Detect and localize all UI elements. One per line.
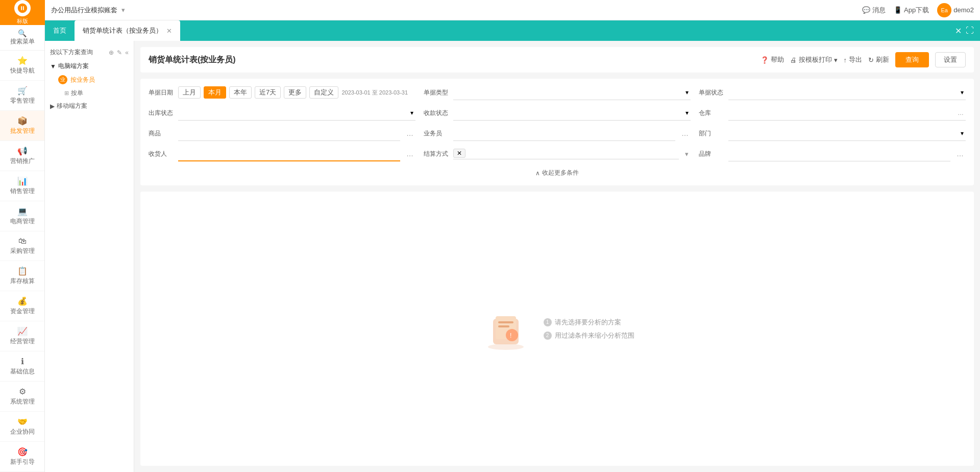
tab-close-icon[interactable]: ✕ xyxy=(166,27,172,35)
sidebar-item-guide[interactable]: 🎯 新手引导 xyxy=(0,442,44,472)
messages-button[interactable]: 💬 消息 xyxy=(862,6,886,15)
sidebar-item-quick-nav[interactable]: ⭐ 快捷导航 xyxy=(0,51,44,81)
warehouse-select[interactable]: … xyxy=(728,105,966,121)
download-button[interactable]: 📱 App下载 xyxy=(894,6,929,15)
export-button[interactable]: ↑ 导出 xyxy=(844,55,863,64)
user-avatar-button[interactable]: Ea demo2 xyxy=(937,3,974,17)
tab-home-label: 首页 xyxy=(53,26,66,35)
date-more-btn[interactable]: 更多 xyxy=(284,86,306,99)
sidebar-item-marketing[interactable]: 📢 营销推广 xyxy=(0,141,44,171)
warehouse-dots-icon: … xyxy=(958,109,964,116)
scheme-item-salesman[interactable]: 业 按业务员 xyxy=(50,73,134,87)
guide-label: 新手引导 xyxy=(0,458,44,466)
sidebar-item-management[interactable]: 📈 经营管理 xyxy=(0,321,44,351)
order-status-select[interactable]: ▾ xyxy=(728,85,966,100)
sidebar-item-inventory[interactable]: 📋 库存核算 xyxy=(0,261,44,291)
edit-scheme-button[interactable]: ✎ xyxy=(117,49,122,56)
sidebar-item-purchase[interactable]: 🛍 采购管理 xyxy=(0,231,44,261)
filter-area: 单据日期 上月 本月 本年 近7天 更多 自定义 2023-03-01 至 20… xyxy=(140,79,974,185)
date-custom-btn[interactable]: 自定义 xyxy=(309,86,338,99)
department-select[interactable]: ▾ xyxy=(728,126,966,141)
inventory-icon: 📋 xyxy=(0,266,44,276)
brand-input[interactable] xyxy=(728,146,950,161)
date-this-year-btn[interactable]: 本年 xyxy=(229,86,252,99)
sidebar-item-collab[interactable]: 🤝 企业协同 xyxy=(0,412,44,442)
salesman-dots-button[interactable]: … xyxy=(679,129,691,137)
tabbar: 首页 销货单统计表（按业务员） ✕ ✕ ⛶ xyxy=(45,20,980,41)
goods-dots-button[interactable]: … xyxy=(404,129,415,137)
scheme-sub-item-order[interactable]: ⊞ 按单 xyxy=(50,87,134,100)
sidebar-item-finance[interactable]: 💰 资金管理 xyxy=(0,291,44,321)
filter-receiver: 收货人 … xyxy=(149,146,415,161)
sidebar-item-system[interactable]: ⚙ 系统管理 xyxy=(0,382,44,412)
search-label: 搜索菜单 xyxy=(0,37,44,46)
filter-date: 单据日期 上月 本月 本年 近7天 更多 自定义 2023-03-01 至 20… xyxy=(149,86,415,99)
filter-out-status: 出库状态 ▾ xyxy=(149,105,415,121)
receiver-dots-button[interactable]: … xyxy=(404,150,415,158)
sidebar-item-ecommerce[interactable]: 💻 电商管理 xyxy=(0,201,44,231)
finance-label: 资金管理 xyxy=(0,307,44,316)
goods-input[interactable] xyxy=(178,126,400,141)
tab-close-all-button[interactable]: ✕ xyxy=(955,26,962,36)
logo-icon xyxy=(14,0,31,16)
sidebar-item-wholesale[interactable]: 📦 批发管理 xyxy=(0,111,44,141)
desktop-scheme-group: ▼ 电脑端方案 业 按业务员 ⊞ 按单 xyxy=(45,60,134,100)
svg-rect-4 xyxy=(498,325,509,327)
print-dropdown-icon[interactable]: ▾ xyxy=(834,56,838,64)
system-label: 系统管理 xyxy=(0,397,44,406)
help-button[interactable]: ❓ 帮助 xyxy=(761,55,784,64)
mobile-scheme-group[interactable]: ▶ 移动端方案 xyxy=(45,100,134,112)
ecommerce-icon: 💻 xyxy=(0,206,44,216)
setting-button[interactable]: 设置 xyxy=(935,52,966,67)
add-scheme-button[interactable]: ⊕ xyxy=(109,49,114,56)
empty-state: ! 1 请先选择要分析的方案 2 用过滤条件来缩小分析范围 xyxy=(140,192,974,466)
sidebar-search[interactable]: 🔍 搜索菜单 xyxy=(0,25,44,51)
refresh-button[interactable]: ↻ 刷新 xyxy=(868,55,889,64)
collapse-panel-button[interactable]: « xyxy=(125,49,129,56)
salesman-scheme-icon: 业 xyxy=(58,75,67,84)
tab-fullscreen-button[interactable]: ⛶ xyxy=(966,26,974,35)
brand-dots-button[interactable]: … xyxy=(954,150,966,158)
query-button[interactable]: 查询 xyxy=(895,52,929,67)
order-type-select[interactable]: ▾ xyxy=(453,85,691,100)
date-7days-btn[interactable]: 近7天 xyxy=(255,86,281,99)
topbar-dropdown-icon[interactable]: ▾ xyxy=(121,6,125,14)
collapse-filters-button[interactable]: ∧ 收起更多条件 xyxy=(535,169,579,177)
filter-order-status: 单据状态 ▾ xyxy=(699,85,966,100)
app-logo: 标版 xyxy=(0,0,45,25)
receipt-status-select[interactable]: ▾ xyxy=(453,105,691,121)
receiver-input[interactable] xyxy=(178,146,400,161)
settlement-tag-remove[interactable]: ✕ xyxy=(457,150,462,157)
panel-actions: ⊕ ✎ « xyxy=(109,49,129,56)
basic-icon: ℹ xyxy=(0,357,44,366)
desktop-scheme-title[interactable]: ▼ 电脑端方案 xyxy=(50,60,134,73)
sales-label: 销售管理 xyxy=(0,187,44,196)
empty-hint-1: 1 请先选择要分析的方案 xyxy=(544,318,634,327)
print-button[interactable]: 🖨 按模板打印 ▾ xyxy=(790,55,838,64)
tab-sales-stat[interactable]: 销货单统计表（按业务员） ✕ xyxy=(75,20,180,41)
department-label: 部门 xyxy=(699,129,724,138)
out-status-select[interactable]: ▾ xyxy=(178,105,415,121)
settlement-select[interactable]: ✕ xyxy=(453,149,679,159)
filter-salesman: 业务员 … xyxy=(424,126,691,141)
export-icon: ↑ xyxy=(844,56,847,64)
hint-2-text: 用过滤条件来缩小分析范围 xyxy=(555,331,634,340)
sidebar-item-retail[interactable]: 🛒 零售管理 xyxy=(0,81,44,111)
tab-sales-stat-label: 销货单统计表（按业务员） xyxy=(83,26,162,35)
receipt-status-label: 收款状态 xyxy=(424,109,449,117)
sidebar-item-sales[interactable]: 📊 销售管理 xyxy=(0,171,44,201)
filter-warehouse: 仓库 … xyxy=(699,105,966,121)
empty-text: 1 请先选择要分析的方案 2 用过滤条件来缩小分析范围 xyxy=(544,318,634,340)
date-prev-month-btn[interactable]: 上月 xyxy=(178,86,201,99)
order-status-dropdown-icon: ▾ xyxy=(961,89,964,96)
sidebar: 标版 🔍 搜索菜单 ⭐ 快捷导航 🛒 零售管理 📦 批发管理 📢 营销推广 📊 … xyxy=(0,0,45,472)
date-this-month-btn[interactable]: 本月 xyxy=(204,86,226,99)
salesman-input[interactable] xyxy=(453,126,675,141)
tab-home[interactable]: 首页 xyxy=(45,20,75,41)
ecommerce-label: 电商管理 xyxy=(0,217,44,226)
filter-row-4: 收货人 … 结算方式 ✕ ▾ 品牌 xyxy=(149,146,966,161)
avatar: Ea xyxy=(937,3,951,17)
topbar-left: 办公用品行业模拟账套 ▾ xyxy=(51,6,862,15)
settlement-tag: ✕ xyxy=(453,149,465,158)
sidebar-item-basic[interactable]: ℹ 基础信息 xyxy=(0,351,44,382)
